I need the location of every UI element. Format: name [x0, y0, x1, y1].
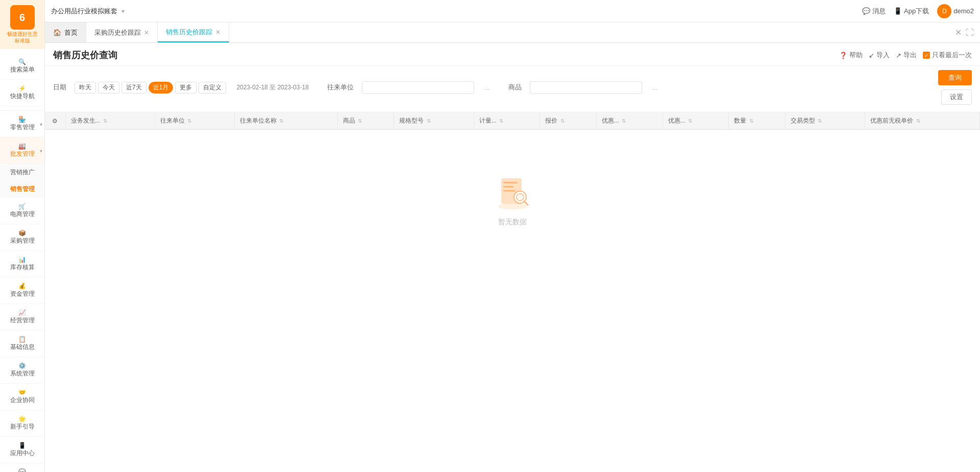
tab-home-label: 首页	[64, 28, 78, 37]
sidebar-item-retail[interactable]: 🏪 零售管理	[0, 111, 44, 137]
page-header: 销售历史价查询 ❓ 帮助 ↙ 导入 ↗ 导出 ✓ 只看最后一次	[45, 43, 980, 66]
filter-bar: 日期 昨天 今天 近7天 近1月 更多 自定义 2023-02-18 至 202…	[45, 66, 980, 112]
empty-text: 暂无数据	[498, 218, 527, 227]
home-icon: 🏠	[53, 29, 61, 36]
topbar-dropdown-icon[interactable]: ▾	[121, 8, 125, 15]
tabs-actions: ✕ ⛶	[949, 22, 980, 42]
import-button[interactable]: ↙ 导入	[869, 51, 890, 60]
col-partner-code-label: 往来单位	[160, 117, 185, 124]
app-download-button[interactable]: 📱 App下载	[894, 7, 929, 16]
date-btn-last7[interactable]: 近7天	[121, 82, 146, 93]
tab-sales-history[interactable]: 销售历史价跟踪 ✕	[158, 22, 229, 42]
sidebar-item-enterprise[interactable]: 🤝 企业协同	[0, 384, 44, 410]
col-spec[interactable]: 规格型号 ⇅	[394, 112, 474, 130]
sidebar-wholesale-label: 批发管理	[10, 150, 35, 158]
col-discount2[interactable]: 优惠... ⇅	[663, 112, 729, 130]
import-label: 导入	[876, 51, 890, 60]
user-avatar-initial: D	[942, 8, 947, 15]
sidebar-basic-label: 基础信息	[10, 343, 35, 351]
sidebar-item-marketing[interactable]: 营销推广	[0, 164, 44, 181]
col-pre-tax-price-label: 优惠前无税单价	[870, 117, 913, 124]
tab-fullscreen-icon[interactable]: ⛶	[966, 28, 974, 37]
sidebar-sales-label: 销售管理	[10, 185, 35, 194]
goods-input[interactable]	[530, 81, 642, 94]
main-content: 办公用品行业模拟账套 ▾ 💬 消息 📱 App下载 D demo2 🏠 首页	[45, 0, 980, 472]
help-icon: ❓	[839, 52, 847, 59]
filter-row-1: 日期 昨天 今天 近7天 近1月 更多 自定义 2023-02-18 至 202…	[53, 70, 972, 105]
date-btn-more[interactable]: 更多	[175, 82, 197, 93]
col-pre-tax-price[interactable]: 优惠前无税单价 ⇅	[865, 112, 980, 130]
sidebar-item-wechat[interactable]: 💬 企业微信	[0, 463, 44, 472]
newbie-icon: 🌟	[18, 415, 26, 422]
ecommerce-icon: 🛒	[18, 203, 26, 210]
col-unit-label: 计量...	[479, 117, 497, 124]
sidebar-item-operation[interactable]: 📈 经营管理	[0, 304, 44, 331]
goods-dots[interactable]: ...	[652, 84, 658, 91]
date-btn-today[interactable]: 今天	[98, 82, 119, 93]
tab-sales-history-label: 销售历史价跟踪	[166, 28, 212, 37]
sidebar-inventory-label: 库存核算	[10, 263, 35, 272]
date-btn-last1m[interactable]: 近1月	[149, 82, 174, 93]
col-quote[interactable]: 报价 ⇅	[540, 112, 597, 130]
page-actions: ❓ 帮助 ↙ 导入 ↗ 导出 ✓ 只看最后一次	[839, 51, 972, 60]
col-discount1[interactable]: 优惠... ⇅	[597, 112, 663, 130]
sidebar-newbie-label: 新手引导	[10, 422, 35, 431]
sidebar-item-sales[interactable]: 销售管理	[0, 181, 44, 198]
help-button[interactable]: ❓ 帮助	[839, 51, 863, 60]
col-biz-date-label: 业务发生...	[71, 117, 101, 124]
query-button[interactable]: 查询	[938, 70, 972, 85]
date-btn-custom[interactable]: 自定义	[199, 82, 226, 93]
sidebar-item-wholesale[interactable]: 🏭 批发管理	[0, 137, 44, 164]
only-last-checkbox[interactable]: ✓ 只看最后一次	[923, 51, 972, 60]
col-partner-code[interactable]: 往来单位 ⇅	[155, 112, 234, 130]
wechat-icon: 💬	[18, 468, 26, 472]
sidebar-item-purchase[interactable]: 📦 采购管理	[0, 224, 44, 251]
col-unit[interactable]: 计量... ⇅	[474, 112, 540, 130]
message-button[interactable]: 💬 消息	[862, 7, 886, 16]
svg-line-6	[524, 201, 528, 205]
sidebar-item-system[interactable]: ⚙️ 系统管理	[0, 357, 44, 384]
date-btn-yesterday[interactable]: 昨天	[75, 82, 96, 93]
partner-input[interactable]	[362, 81, 474, 94]
sidebar-nav: 🏪 零售管理 🏭 批发管理 营销推广 销售管理 🛒 电商管理 📦 采购管理 📊 …	[0, 111, 44, 472]
col-settings-icon[interactable]: ⚙	[52, 117, 58, 125]
svg-point-0	[498, 203, 527, 209]
svg-rect-4	[503, 190, 516, 192]
sidebar-apps-label: 应用中心	[10, 449, 35, 458]
sidebar-shortcut-label: 快捷导航	[10, 92, 35, 101]
col-quantity[interactable]: 数量 ⇅	[729, 112, 786, 130]
col-trade-type[interactable]: 交易类型 ⇅	[786, 112, 865, 130]
sort-arrows-trade-type: ⇅	[818, 118, 822, 124]
col-goods-label: 商品	[343, 117, 355, 124]
sidebar-item-finance[interactable]: 💰 资金管理	[0, 277, 44, 304]
svg-point-7	[517, 194, 524, 201]
tab-purchase-history-close[interactable]: ✕	[144, 29, 149, 36]
sidebar-ecommerce-label: 电商管理	[10, 210, 35, 219]
col-biz-date[interactable]: 业务发生... ⇅	[65, 112, 155, 130]
sidebar-item-inventory[interactable]: 📊 库存核算	[0, 251, 44, 277]
topbar: 办公用品行业模拟账套 ▾ 💬 消息 📱 App下载 D demo2	[45, 0, 980, 22]
partner-dots[interactable]: ...	[484, 84, 490, 91]
sidebar-item-newbie[interactable]: 🌟 新手引导	[0, 410, 44, 437]
tab-sales-history-close[interactable]: ✕	[215, 29, 220, 36]
tab-purchase-history[interactable]: 采购历史价跟踪 ✕	[86, 22, 158, 42]
tab-home[interactable]: 🏠 首页	[45, 22, 86, 42]
sidebar-item-ecommerce[interactable]: 🛒 电商管理	[0, 198, 44, 224]
col-settings[interactable]: ⚙	[45, 112, 65, 130]
svg-rect-2	[503, 182, 518, 183]
sidebar-item-shortcut[interactable]: ⚡ 快捷导航	[3, 80, 41, 106]
sort-arrows-unit: ⇅	[499, 118, 503, 124]
user-menu[interactable]: D demo2	[937, 4, 974, 18]
col-partner-name[interactable]: 往来单位名称 ⇅	[234, 112, 337, 130]
checkbox-checked-icon: ✓	[923, 52, 930, 59]
export-button[interactable]: ↗ 导出	[896, 51, 917, 60]
col-goods[interactable]: 商品 ⇅	[337, 112, 394, 130]
export-label: 导出	[903, 51, 917, 60]
sort-arrows-partner-name: ⇅	[279, 118, 283, 124]
sidebar-item-basic[interactable]: 📋 基础信息	[0, 331, 44, 357]
sidebar-item-search[interactable]: 🔍 搜索菜单	[3, 53, 41, 80]
logo-text: 畅捷通好生意标准版	[7, 31, 38, 44]
sidebar-item-apps[interactable]: 📱 应用中心	[0, 437, 44, 463]
settings-button[interactable]: 设置	[941, 89, 972, 105]
tab-close-all-icon[interactable]: ✕	[955, 28, 962, 37]
